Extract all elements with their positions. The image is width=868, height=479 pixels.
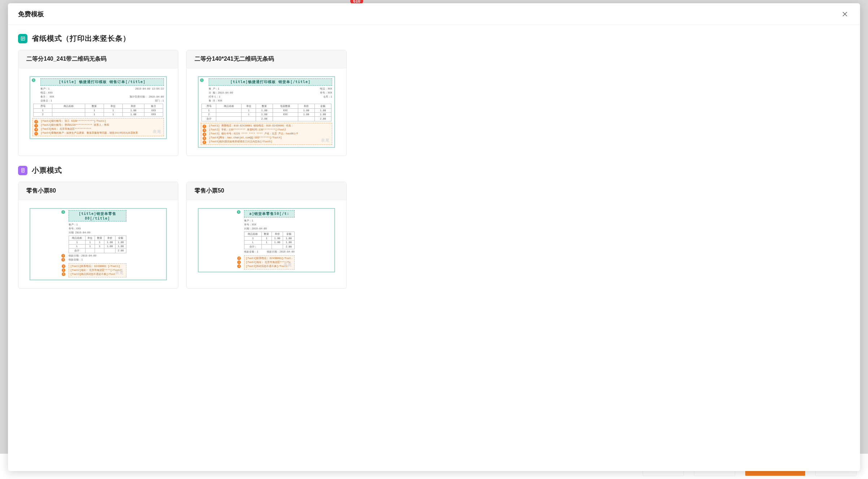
modal-body: 省纸模式（打印出来竖长条） 二等分140_241带二维码无条码 1 [title…: [8, 25, 860, 471]
bullet-icon: 1: [237, 210, 240, 214]
close-icon: [842, 11, 848, 17]
bullet-icon: 3: [34, 124, 38, 128]
bullet-icon: 5: [62, 268, 65, 272]
bullet-icon: 3: [203, 129, 206, 132]
bullet-icon: 4: [237, 264, 241, 268]
watermark: 表尾: [153, 129, 161, 134]
bullet-icon: 2: [237, 256, 241, 260]
bullet-icon: 5: [34, 132, 38, 135]
section-receipt: 小票模式 零售小票80 1 [title]销货单零售80[/title] 客户：…: [18, 165, 850, 289]
bullet-icon: 6: [203, 141, 206, 144]
watermark: 表尾: [321, 138, 330, 143]
preview-title: [title]畅捷通打印模板 销货单[/title]: [209, 78, 332, 86]
template-preview: 1 [title]畅捷通打印模板 销货单[/title] 客 户：1电话：XXX…: [198, 76, 335, 148]
card-title: 零售小票80: [26, 187, 170, 195]
template-preview: 1 a]销货单零售50[/t: 客户：1 单号：XXX 日期：2019-04-0…: [198, 208, 335, 272]
bullet-icon: 2: [34, 120, 38, 124]
card-title: 二等分140*241无二维码无条码: [195, 55, 338, 63]
template-preview: 1 [title] 畅捷通打印模板 销售订单[/title] 客户：12019-…: [30, 76, 167, 139]
paper-save-icon: [18, 34, 27, 43]
card-title: 零售小票50: [195, 187, 338, 195]
template-preview: 1 [title]销货单零售80[/title] 客户：1 单号：XXX 日期 …: [30, 208, 167, 280]
bullet-icon: 4: [34, 128, 38, 131]
bullet-icon: 3: [61, 258, 65, 262]
free-templates-modal: 免费模板 省纸模式（打印出来竖长条） 二等分140_241带二维码无条码 1: [8, 3, 860, 471]
watermark: 表尾: [115, 270, 124, 276]
section-title-receipt: 小票模式: [32, 165, 62, 175]
preview-title: [title]销货单零售80[/title]: [69, 210, 126, 221]
template-card-140-241-qr-nobar[interactable]: 二等分140_241带二维码无条码 1 [title] 畅捷通打印模板 销售订单…: [18, 50, 178, 156]
bullet-icon: 1: [32, 78, 35, 82]
bullet-icon: 6: [62, 272, 65, 276]
bullet-icon: 5: [203, 137, 206, 140]
modal-header: 免费模板: [8, 3, 860, 25]
template-card-140-241-noqr-nobar[interactable]: 二等分140*241无二维码无条码 1 [title]畅捷通打印模板 销货单[/…: [186, 50, 347, 156]
bullet-icon: 1: [200, 78, 204, 82]
receipt-icon: [18, 166, 27, 175]
bullet-icon: 2: [61, 254, 65, 258]
watermark: 表尾: [283, 262, 292, 268]
bullet-icon: 2: [203, 125, 206, 128]
card-title: 二等分140_241带二维码无条码: [26, 55, 170, 63]
close-button[interactable]: [840, 9, 850, 19]
preview-title: [title] 畅捷通打印模板 销售订单[/title]: [40, 78, 164, 86]
template-card-receipt-80[interactable]: 零售小票80 1 [title]销货单零售80[/title] 客户：1 单号：…: [18, 182, 178, 289]
modal-title: 免费模板: [18, 10, 840, 18]
preview-title: a]销货单零售50[/t:: [244, 210, 295, 217]
bullet-icon: 1: [61, 210, 65, 214]
section-title-paper-save: 省纸模式（打印出来竖长条）: [32, 34, 130, 43]
bullet-icon: 3: [237, 260, 241, 264]
section-paper-save: 省纸模式（打印出来竖长条） 二等分140_241带二维码无条码 1 [title…: [18, 34, 850, 156]
bullet-icon: 4: [203, 133, 206, 136]
template-card-receipt-50[interactable]: 零售小票50 1 a]销货单零售50[/t: 客户：1 单号：XXX 日期：20…: [186, 182, 347, 289]
bullet-icon: 4: [62, 264, 65, 268]
